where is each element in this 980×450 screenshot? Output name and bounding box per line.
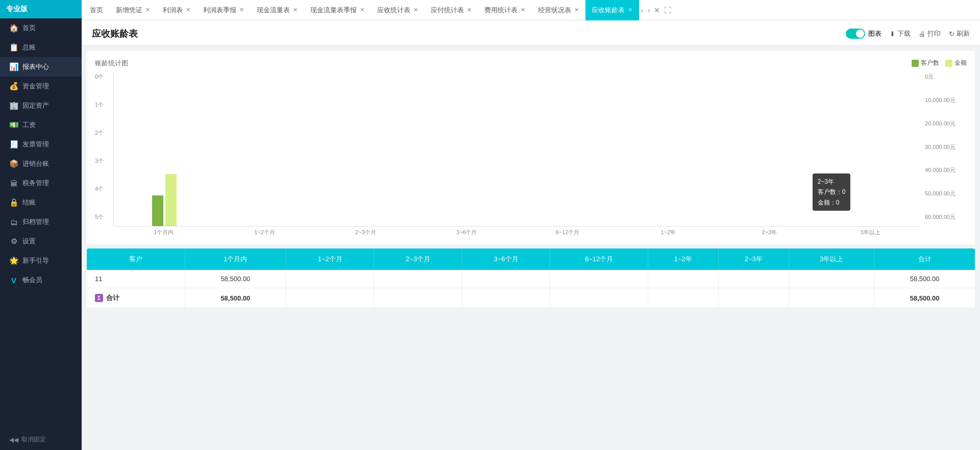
- table-section: 客户 1个月内 1~2个月 2~3个月 3~6个月 6~12个月 1~2年 2~…: [87, 248, 975, 308]
- archive-icon: 🗂: [9, 218, 18, 227]
- tab-scroll-right[interactable]: ›: [646, 0, 652, 20]
- sidebar-item-stock[interactable]: 📦 进销台账: [0, 154, 82, 173]
- close-cashflow-quarterly-icon[interactable]: ✕: [360, 7, 364, 13]
- download-icon: ⬇: [890, 30, 895, 38]
- chart-toggle-wrap: 图表: [846, 29, 881, 39]
- tab-profit-quarterly[interactable]: 利润表季报 ✕: [197, 0, 251, 20]
- header-actions: 图表 ⬇ 下载 🖨 打印 ↻ 刷新: [846, 29, 970, 39]
- sidebar-label-assets: 固定资产: [22, 101, 49, 110]
- x-label-3: 3~6个月: [416, 229, 517, 236]
- x-label-4: 6~12个月: [517, 229, 618, 236]
- close-profit-quarterly-icon[interactable]: ✕: [239, 7, 244, 13]
- sidebar-item-ledger[interactable]: 📋 总账: [0, 38, 82, 57]
- close-cashflow-icon[interactable]: ✕: [293, 7, 298, 13]
- tab-cashflow-quarterly-label: 现金流量表季报: [310, 6, 357, 15]
- member-icon: V: [9, 276, 18, 285]
- sidebar-item-funds[interactable]: 💰 资金管理: [0, 77, 82, 96]
- legend-customer-dot: [912, 60, 919, 67]
- total-3-6month: [462, 288, 550, 308]
- close-expense-stats-icon[interactable]: ✕: [521, 7, 525, 13]
- download-button[interactable]: ⬇ 下载: [890, 29, 911, 38]
- tab-receivable-stats-label: 应收统计表: [377, 6, 410, 15]
- close-new-voucher-icon[interactable]: ✕: [145, 7, 150, 13]
- bar-amount-0: [165, 174, 177, 226]
- tab-operations-label: 经营状况表: [538, 6, 571, 15]
- sidebar-label-tax: 税务管理: [22, 179, 49, 188]
- x-label-0: 1个月内: [113, 229, 214, 236]
- chart-section: 账龄统计图 客户数 金额 5个 4个 3个 2个 1个: [87, 51, 975, 244]
- total-total: 58,500.00: [874, 288, 975, 308]
- x-label-5: 1~2年: [618, 229, 719, 236]
- total-3year-plus: [789, 288, 874, 308]
- pin-label: 取消固定: [21, 435, 46, 444]
- close-receivable-stats-icon[interactable]: ✕: [413, 7, 418, 13]
- table-header-row: 客户 1个月内 1~2个月 2~3个月 3~6个月 6~12个月 1~2年 2~…: [87, 248, 975, 270]
- tab-profit[interactable]: 利润表 ✕: [157, 0, 197, 20]
- page-content: 应收账龄表 图表 ⬇ 下载 🖨 打印 ↻ 刷新: [82, 20, 980, 450]
- tab-aging-label: 应收账龄表: [592, 6, 625, 15]
- x-label-6: 2~3年: [719, 229, 820, 236]
- tab-scroll-left[interactable]: ‹: [639, 0, 646, 20]
- pin-icon: ◀◀: [9, 436, 18, 443]
- tab-close-all[interactable]: ✕: [652, 0, 662, 20]
- salary-icon: 💵: [9, 120, 18, 130]
- print-button[interactable]: 🖨 打印: [919, 29, 941, 38]
- chart-plot: 2~3年 客户数：0 金额：0: [113, 73, 921, 227]
- tab-cashflow-label: 现金流量表: [257, 6, 290, 15]
- tab-cashflow-quarterly[interactable]: 现金流量表季报 ✕: [304, 0, 371, 20]
- assets-icon: 🏢: [9, 101, 18, 110]
- tab-expand[interactable]: ⛶: [662, 0, 673, 20]
- bar-customer-0: [152, 195, 163, 226]
- close-aging-icon[interactable]: ✕: [628, 7, 632, 13]
- tab-cashflow[interactable]: 现金流量表 ✕: [251, 0, 304, 20]
- sidebar-item-reports[interactable]: 📊 报表中心: [0, 57, 82, 77]
- y-axis-right: 60,000.00元 50,000.00元 40,000.00元 30,000.…: [921, 73, 967, 236]
- sidebar-item-assets[interactable]: 🏢 固定资产: [0, 96, 82, 115]
- refresh-label: 刷新: [957, 29, 970, 38]
- legend-amount: 金额: [945, 59, 967, 67]
- row-0-6-12month: [550, 270, 648, 288]
- x-label-7: 3年以上: [820, 229, 921, 236]
- tab-operations[interactable]: 经营状况表 ✕: [532, 0, 585, 20]
- print-label: 打印: [927, 29, 941, 38]
- tab-new-voucher[interactable]: 新增凭证 ✕: [110, 0, 157, 20]
- tab-expense-stats[interactable]: 费用统计表 ✕: [478, 0, 532, 20]
- sidebar-item-home[interactable]: 🏠 首页: [0, 18, 82, 38]
- sidebar-label-invoice: 发票管理: [22, 140, 49, 149]
- close-operations-icon[interactable]: ✕: [574, 7, 579, 13]
- app-logo: 专业版: [0, 0, 82, 18]
- reports-icon: 📊: [9, 62, 18, 71]
- tab-receivable-stats[interactable]: 应收统计表 ✕: [371, 0, 425, 20]
- sidebar-label-closing: 结账: [22, 198, 36, 207]
- page-title: 应收账龄表: [92, 28, 138, 40]
- sidebar-item-archive[interactable]: 🗂 归档管理: [0, 212, 82, 232]
- tab-aging[interactable]: 应收账龄表 ✕: [585, 0, 639, 20]
- close-payable-stats-icon[interactable]: ✕: [467, 7, 472, 13]
- settings-icon: ⚙: [9, 237, 18, 246]
- legend-amount-label: 金额: [954, 59, 967, 67]
- sidebar-item-invoice[interactable]: 🧾 发票管理: [0, 135, 82, 154]
- sidebar-item-salary[interactable]: 💵 工资: [0, 115, 82, 135]
- total-1-2year: [648, 288, 718, 308]
- sidebar-item-tax[interactable]: 🏛 税务管理: [0, 173, 82, 193]
- sidebar: 专业版 🏠 首页 📋 总账 📊 报表中心 💰 资金管理 🏢 固定资产 💵 工资 …: [0, 0, 82, 450]
- chart-toggle[interactable]: [846, 29, 865, 39]
- sidebar-label-settings: 设置: [22, 237, 36, 246]
- col-1-2year: 1~2年: [648, 248, 718, 270]
- sidebar-item-guide[interactable]: 🌟 新手引导: [0, 251, 82, 270]
- row-0-customer: 11: [87, 270, 185, 288]
- tab-payable-stats[interactable]: 应付统计表 ✕: [425, 0, 478, 20]
- row-0-total: 58,500.00: [874, 270, 975, 288]
- page-header: 应收账龄表 图表 ⬇ 下载 🖨 打印 ↻ 刷新: [82, 20, 980, 45]
- refresh-button[interactable]: ↻ 刷新: [949, 29, 970, 38]
- sidebar-pin-toggle[interactable]: ◀◀ 取消固定: [0, 429, 82, 450]
- chart-title: 账龄统计图: [95, 59, 967, 68]
- close-profit-icon[interactable]: ✕: [186, 7, 190, 13]
- sidebar-item-settings[interactable]: ⚙ 设置: [0, 232, 82, 251]
- tab-home[interactable]: 首页: [84, 0, 110, 20]
- total-1month: 58,500.00: [185, 288, 286, 308]
- sidebar-item-member[interactable]: V 畅会员: [0, 270, 82, 290]
- tab-bar: 首页 新增凭证 ✕ 利润表 ✕ 利润表季报 ✕ 现金流量表 ✕ 现金流量表季报 …: [82, 0, 980, 20]
- row-0-3-6month: [462, 270, 550, 288]
- sidebar-item-closing[interactable]: 🔒 结账: [0, 193, 82, 212]
